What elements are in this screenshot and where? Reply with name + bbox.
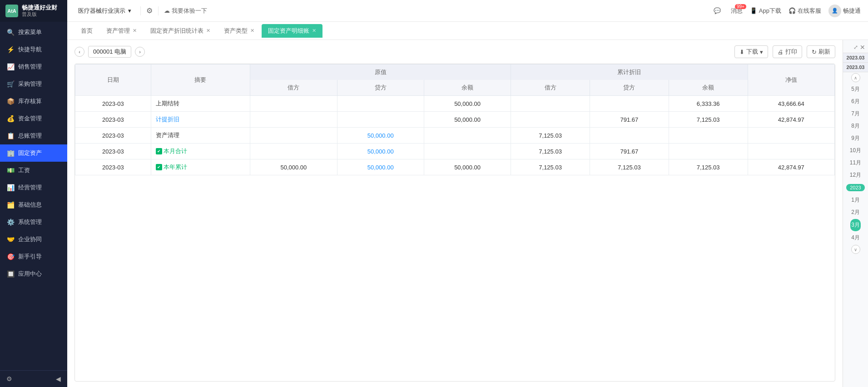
sidebar-item-guide[interactable]: 🎯 新手引导 bbox=[0, 248, 67, 265]
sidebar-item-ledger[interactable]: 📋 总账管理 bbox=[0, 127, 67, 144]
tab-asset-mgmt-label: 资产管理 bbox=[106, 27, 130, 35]
app-name: 畅捷通好业财 bbox=[22, 4, 57, 11]
download-button[interactable]: ⬇ 下载 ▾ bbox=[734, 45, 768, 58]
sidebar-item-fixed[interactable]: 🏢 固定资产 bbox=[0, 144, 67, 162]
timeline-months-recent: 1月2月3月4月 bbox=[848, 194, 863, 244]
topbar-settings-icon[interactable]: ⚙ bbox=[146, 6, 153, 15]
timeline-month-item[interactable]: 7月 bbox=[849, 108, 862, 120]
sidebar-item-salary[interactable]: 💵 工资 bbox=[0, 162, 67, 179]
content-area: ‹ 000001 电脑 › ⬇ 下载 ▾ 🖨 打印 bbox=[67, 40, 868, 387]
timeline-top-year: 2023.03 bbox=[843, 53, 868, 63]
timeline-month-item[interactable]: 5月 bbox=[849, 83, 862, 95]
timeline-month-item[interactable]: 1月 bbox=[848, 194, 863, 206]
sidebar-item-sales[interactable]: 📈 销售管理 bbox=[0, 58, 67, 75]
chevron-left-icon: ‹ bbox=[79, 49, 80, 55]
sidebar-item-label: 应用中心 bbox=[18, 270, 42, 278]
tab-asset-detail-close[interactable]: ✕ bbox=[312, 28, 316, 34]
sidebar-item-appstore[interactable]: 🔲 应用中心 bbox=[0, 265, 67, 283]
sidebar-item-label: 采购管理 bbox=[18, 80, 42, 88]
col-accum-group: 累计折旧 bbox=[511, 64, 748, 80]
topbar-divider bbox=[140, 6, 141, 15]
sidebar-item-label: 资金管理 bbox=[18, 114, 42, 123]
topbar-divider2 bbox=[158, 6, 159, 15]
avatar: 👤 bbox=[828, 5, 841, 17]
asset-prev-button[interactable]: ‹ bbox=[74, 47, 84, 57]
tab-depreciation-close[interactable]: ✕ bbox=[206, 28, 210, 34]
asset-nav: ‹ 000001 电脑 › ⬇ 下载 ▾ 🖨 打印 bbox=[74, 45, 835, 58]
company-selector[interactable]: 医疗器械行业演示 ▾ bbox=[74, 5, 135, 17]
timeline-month-item[interactable]: 6月 bbox=[849, 95, 862, 108]
download-dropdown-icon: ▾ bbox=[760, 49, 763, 55]
sidebar-item-operations[interactable]: 📊 经营管理 bbox=[0, 179, 67, 196]
timeline-month-item[interactable]: 11月 bbox=[849, 157, 862, 169]
experience-label: 我要体验一下 bbox=[172, 7, 207, 15]
table-row: 2023-03✔本年累计50,000.0050,000.0050,000.007… bbox=[75, 159, 835, 175]
col-accum-credit: 贷方 bbox=[590, 80, 669, 96]
tab-depreciation-label: 固定资产折旧统计表 bbox=[150, 27, 203, 35]
tab-asset-mgmt-close[interactable]: ✕ bbox=[133, 28, 137, 34]
panel-close-icon[interactable]: ✕ bbox=[860, 44, 865, 51]
sidebar: AtA 畅捷通好业财 普及版 🔍 搜索菜单 ⚡ 快捷导航 📈 销售管理 🛒 采购… bbox=[0, 0, 67, 387]
sidebar-item-system[interactable]: ⚙️ 系统管理 bbox=[0, 213, 67, 231]
cloud-icon: ☁ bbox=[164, 7, 170, 14]
tab-depreciation-stat[interactable]: 固定资产折旧统计表 ✕ bbox=[144, 24, 217, 38]
experience-button[interactable]: ☁ 我要体验一下 bbox=[164, 7, 207, 15]
sidebar-item-label: 销售管理 bbox=[18, 63, 42, 71]
notification-button[interactable]: 💬 99+ 消息 bbox=[714, 7, 743, 15]
sidebar-item-enterprise[interactable]: 🤝 企业协同 bbox=[0, 231, 67, 248]
timeline-expand-down[interactable]: ∨ bbox=[851, 245, 860, 254]
timeline-month-item[interactable]: 9月 bbox=[849, 132, 862, 144]
phone-icon: 📱 bbox=[750, 7, 757, 14]
sidebar-item-quicknav[interactable]: ⚡ 快捷导航 bbox=[0, 41, 67, 58]
tab-asset-type-close[interactable]: ✕ bbox=[250, 28, 254, 34]
headset-icon: 🎧 bbox=[789, 7, 796, 14]
download-label: 下载 bbox=[746, 48, 758, 56]
asset-table: 日期 摘要 原值 累计折旧 净值 借方 贷方 余额 借方 贷方 余额 bbox=[74, 64, 835, 382]
tab-asset-mgmt[interactable]: 资产管理 ✕ bbox=[100, 24, 143, 38]
timeline-month-item[interactable]: 8月 bbox=[849, 120, 862, 132]
timeline-expand-up[interactable]: ∧ bbox=[851, 73, 860, 82]
main-area: 医疗器械行业演示 ▾ ⚙ ☁ 我要体验一下 💬 99+ 消息 📱 App下载 🎧… bbox=[67, 0, 868, 387]
timeline-month-item[interactable]: 10月 bbox=[849, 144, 862, 157]
service-button[interactable]: 🎧 在线客服 bbox=[789, 7, 821, 15]
tab-asset-detail[interactable]: 固定资产明细账 ✕ bbox=[262, 24, 322, 38]
col-summary: 摘要 bbox=[151, 64, 250, 96]
user-menu[interactable]: 👤 畅捷通 bbox=[828, 5, 861, 17]
notification-badge: 99+ bbox=[735, 4, 746, 9]
sidebar-item-purchase[interactable]: 🛒 采购管理 bbox=[0, 75, 67, 93]
app-download-button[interactable]: 📱 App下载 bbox=[750, 7, 781, 15]
tabbar: 首页 资产管理 ✕ 固定资产折旧统计表 ✕ 资产类型 ✕ 固定资产明细账 ✕ bbox=[67, 22, 868, 40]
settings-footer-icon[interactable]: ⚙ bbox=[6, 375, 12, 382]
sidebar-item-capital[interactable]: 💰 资金管理 bbox=[0, 110, 67, 127]
gear-icon: ⚙️ bbox=[6, 218, 15, 226]
user-label: 畅捷通 bbox=[843, 7, 861, 15]
timeline-month-item[interactable]: 3月 bbox=[850, 219, 861, 231]
topbar: 医疗器械行业演示 ▾ ⚙ ☁ 我要体验一下 💬 99+ 消息 📱 App下载 🎧… bbox=[67, 0, 868, 22]
sidebar-item-label: 新手引导 bbox=[18, 253, 42, 261]
timeline-month-item[interactable]: 2月 bbox=[848, 206, 863, 218]
col-original-group: 原值 bbox=[250, 64, 511, 80]
sidebar-item-basic[interactable]: 🗂️ 基础信息 bbox=[0, 196, 67, 213]
tab-home[interactable]: 首页 bbox=[74, 24, 99, 38]
sidebar-item-label: 经营管理 bbox=[18, 184, 42, 192]
service-label: 在线客服 bbox=[798, 7, 821, 15]
tab-asset-type[interactable]: 资产类型 ✕ bbox=[218, 24, 261, 38]
timeline-year-section: 2023 bbox=[843, 181, 868, 194]
collapse-icon[interactable]: ◀ bbox=[56, 375, 61, 382]
panel-expand-icon[interactable]: ⤢ bbox=[853, 44, 858, 50]
timeline-month-item[interactable]: 4月 bbox=[848, 232, 863, 244]
notification-icon: 💬 bbox=[714, 7, 721, 14]
app-icon: 🔲 bbox=[6, 270, 15, 278]
col-accum-debit: 借方 bbox=[511, 80, 590, 96]
app-logo: AtA bbox=[5, 5, 18, 17]
building-icon: 🏢 bbox=[6, 149, 15, 157]
lightning-icon: ⚡ bbox=[6, 45, 15, 54]
asset-next-button[interactable]: › bbox=[135, 47, 145, 57]
ops-icon: 📊 bbox=[6, 184, 15, 192]
cart-icon: 🛒 bbox=[6, 80, 15, 88]
refresh-button[interactable]: ↻ 刷新 bbox=[807, 45, 835, 58]
sidebar-item-inventory[interactable]: 📦 库存核算 bbox=[0, 93, 67, 110]
timeline-month-item[interactable]: 12月 bbox=[849, 169, 862, 181]
print-button[interactable]: 🖨 打印 bbox=[773, 45, 802, 58]
sidebar-item-search[interactable]: 🔍 搜索菜单 bbox=[0, 24, 67, 41]
